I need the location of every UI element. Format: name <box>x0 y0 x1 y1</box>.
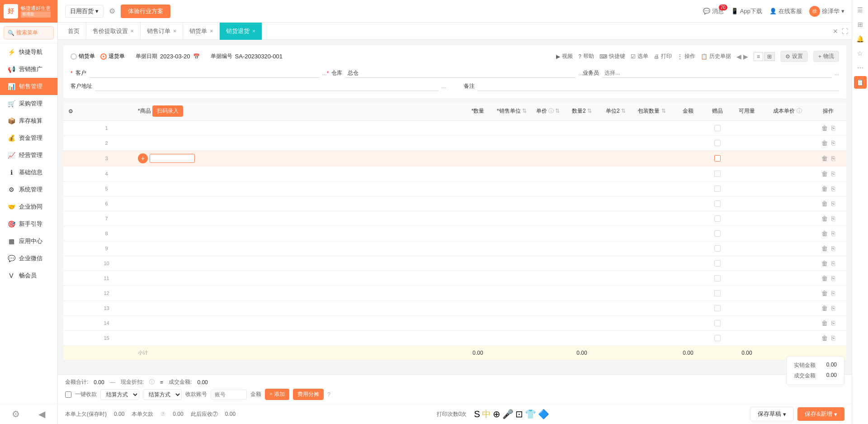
right-item-5[interactable]: ⋯ <box>854 62 867 74</box>
gift-checkbox-6[interactable] <box>714 200 721 207</box>
prev-btn[interactable]: ◀ <box>736 53 741 60</box>
video-btn[interactable]: ▶ 视频 <box>556 52 573 60</box>
row-product-12[interactable] <box>135 286 462 301</box>
tab-home[interactable]: 首页 <box>61 23 86 40</box>
copy-row-btn-8[interactable]: ⎘ <box>830 229 836 238</box>
gift-checkbox-1[interactable] <box>714 125 721 131</box>
tab-sales-return[interactable]: 销货退货 × <box>220 23 262 40</box>
copy-row-btn-15[interactable]: ⎘ <box>830 333 836 343</box>
sidebar-item-finance[interactable]: 💰 资金管理 <box>0 129 57 147</box>
close-tab-btn[interactable]: ✕ <box>833 28 838 35</box>
tab-sales-bill[interactable]: 销货单 × <box>183 23 220 40</box>
row-product-2[interactable] <box>135 136 462 151</box>
row-product-11[interactable] <box>135 271 462 286</box>
tab-sales-order[interactable]: 销售订单 × <box>141 23 183 40</box>
row-product-14[interactable] <box>135 316 462 331</box>
row-product-3[interactable]: + <box>135 151 462 167</box>
copy-row-btn-13[interactable]: ⎘ <box>830 304 836 313</box>
sidebar-item-appstore[interactable]: ▦ 应用中心 <box>0 233 57 250</box>
toolbar-icon-7[interactable]: 🔷 <box>538 409 549 419</box>
sidebar-item-system[interactable]: ⚙ 系统管理 <box>0 181 57 198</box>
gift-checkbox-5[interactable] <box>714 186 721 192</box>
remark-input[interactable] <box>477 81 839 91</box>
copy-row-btn-3[interactable]: ⎘ <box>830 154 836 163</box>
customer-more-btn[interactable]: ... <box>322 70 327 76</box>
next-btn[interactable]: ▶ <box>743 53 748 60</box>
sidebar-item-sales[interactable]: 📊 销售管理 <box>0 78 57 95</box>
split-btn[interactable]: 费用分摊 <box>293 389 324 400</box>
sidebar-collapse-btn[interactable]: ◀ <box>31 409 53 419</box>
copy-row-btn-5[interactable]: ⎘ <box>830 184 836 193</box>
tab-close-return[interactable]: × <box>252 28 255 34</box>
copy-row-btn-7[interactable]: ⎘ <box>830 214 836 223</box>
copy-row-btn-4[interactable]: ⎘ <box>830 169 836 178</box>
account-input[interactable] <box>211 390 247 400</box>
copy-row-btn-14[interactable]: ⎘ <box>830 319 836 328</box>
list-view-btn[interactable]: ≡ <box>754 52 763 61</box>
gift-checkbox-11[interactable] <box>714 275 721 281</box>
trial-btn[interactable]: 体验行业方案 <box>121 5 170 18</box>
maximize-btn[interactable]: ⛶ <box>842 28 848 35</box>
right-item-4[interactable]: ☆ <box>854 47 867 60</box>
warehouse-input[interactable] <box>345 68 576 78</box>
message-btn[interactable]: 💬 消息 70 <box>703 7 724 15</box>
gift-checkbox-14[interactable] <box>714 320 721 326</box>
setting-btn[interactable]: ⚙ 设置 <box>780 51 808 62</box>
delete-row-btn-2[interactable]: 🗑 <box>821 138 829 148</box>
add-row-btn[interactable]: + 添加 <box>265 389 289 400</box>
gift-checkbox-9[interactable] <box>714 245 721 252</box>
copy-row-btn-1[interactable]: ⎘ <box>830 124 836 133</box>
delete-row-btn-10[interactable]: 🗑 <box>821 259 829 268</box>
gift-checkbox-2[interactable] <box>714 140 721 146</box>
delete-row-btn-13[interactable]: 🗑 <box>821 304 829 313</box>
sidebar-item-collab[interactable]: 🤝 企业协同 <box>0 198 57 215</box>
delete-row-btn-6[interactable]: 🗑 <box>821 199 829 208</box>
row-product-10[interactable] <box>135 256 462 271</box>
nav-select[interactable]: 日用百货 ▾ <box>65 5 104 18</box>
onepay-checkbox[interactable] <box>65 391 71 398</box>
row-product-13[interactable] <box>135 301 462 316</box>
warehouse-more-btn[interactable]: ... <box>578 70 583 76</box>
history-btn[interactable]: 📋 历史单据 <box>701 52 731 60</box>
sidebar-item-quicknav[interactable]: ⚡ 快捷导航 <box>0 43 57 61</box>
row-product-1[interactable] <box>135 121 462 136</box>
tab-price-setting[interactable]: 售价提取设置 × <box>86 23 141 40</box>
delete-row-btn-4[interactable]: 🗑 <box>821 169 829 178</box>
row-product-4[interactable] <box>135 167 462 181</box>
sidebar-item-guide[interactable]: 🎯 新手引导 <box>0 215 57 233</box>
sidebar-item-inventory[interactable]: 📦 库存核算 <box>0 112 57 129</box>
gift-checkbox-15[interactable] <box>714 335 721 341</box>
gift-checkbox-10[interactable] <box>714 260 721 267</box>
row-product-15[interactable] <box>135 331 462 346</box>
delete-row-btn-1[interactable]: 🗑 <box>821 124 829 133</box>
copy-row-btn-9[interactable]: ⎘ <box>830 244 836 253</box>
delete-row-btn-14[interactable]: 🗑 <box>821 319 829 328</box>
row-product-9[interactable] <box>135 241 462 256</box>
copy-row-btn-6[interactable]: ⎘ <box>830 199 836 208</box>
print-btn[interactable]: 🖨 打印 <box>654 52 672 60</box>
delete-row-btn-9[interactable]: 🗑 <box>821 244 829 253</box>
delete-row-btn-12[interactable]: 🗑 <box>821 289 829 298</box>
save-draft-btn[interactable]: 保存草稿 ▾ <box>750 407 794 421</box>
gift-checkbox-7[interactable] <box>714 215 721 222</box>
tab-close-price[interactable]: × <box>131 28 134 34</box>
address-input[interactable] <box>95 81 439 91</box>
address-more-btn[interactable]: ... <box>441 83 446 90</box>
shortcut-btn[interactable]: ⌨ 快捷键 <box>599 52 625 60</box>
user-menu[interactable]: 徐 徐泽华 ▾ <box>809 6 844 17</box>
copy-row-btn-2[interactable]: ⎘ <box>830 138 836 148</box>
sidebar-item-purchase[interactable]: 🛒 采购管理 <box>0 95 57 112</box>
settle-method-select[interactable]: 结算方式 <box>100 389 139 400</box>
radio-sale[interactable]: 销货单 <box>71 52 95 60</box>
add-product-btn[interactable]: + <box>138 153 148 163</box>
toolbar-icon-3[interactable]: ⊕ <box>493 409 500 419</box>
tab-close-bill[interactable]: × <box>210 28 213 34</box>
tab-close-order[interactable]: × <box>173 28 176 34</box>
copy-row-btn-12[interactable]: ⎘ <box>830 289 836 298</box>
copy-row-btn-10[interactable]: ⎘ <box>830 259 836 268</box>
row-product-6[interactable] <box>135 196 462 211</box>
gift-checkbox-3[interactable] <box>714 155 721 162</box>
delete-row-btn-15[interactable]: 🗑 <box>821 333 829 343</box>
row-product-5[interactable] <box>135 181 462 196</box>
delete-row-btn-5[interactable]: 🗑 <box>821 184 829 193</box>
